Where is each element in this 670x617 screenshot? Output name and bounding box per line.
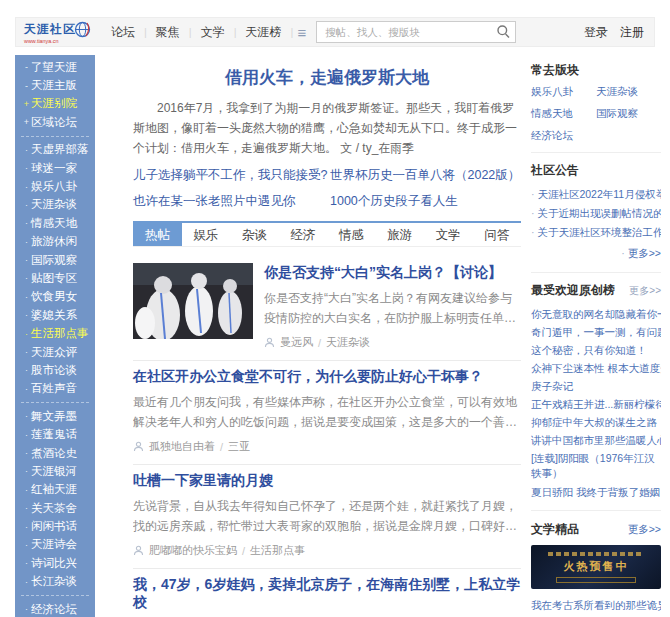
sidebar-item[interactable]: · 股市论谈 bbox=[15, 361, 95, 379]
board-link[interactable]: 情感天地 bbox=[531, 107, 596, 121]
post-excerpt: 先说背景，自从我去年得知自己怀孕了，还是两个娃，就赶紧找了月嫂，找的远房亲戚，帮… bbox=[133, 496, 521, 536]
bullet-icon: · bbox=[22, 200, 31, 210]
ranked-post-link[interactable]: 这个秘密，只有你知道！ bbox=[531, 341, 661, 359]
sidebar-item[interactable]: · 贴图专区 bbox=[15, 269, 95, 287]
content-tab[interactable]: 文学 bbox=[424, 223, 473, 246]
post-board[interactable]: 三亚 bbox=[228, 439, 250, 454]
login-link[interactable]: 登录 bbox=[584, 24, 608, 41]
sidebar-item-label: 股市论谈 bbox=[31, 363, 77, 378]
content-tab[interactable]: 杂谈 bbox=[230, 223, 279, 246]
content-tab[interactable]: 问答 bbox=[473, 223, 522, 246]
sidebar-item[interactable]: - 了望天涯 bbox=[15, 58, 95, 76]
section-title: 常去版块 bbox=[531, 62, 579, 79]
post-board[interactable]: 生活那点事 bbox=[250, 543, 305, 558]
sidebar-item[interactable]: · 生活那点事 bbox=[15, 324, 95, 342]
sidebar-item[interactable]: · 舞文弄墨 bbox=[15, 407, 95, 425]
sublink[interactable]: 也许在某一张老照片中遇见你 bbox=[133, 193, 330, 210]
featured-headline[interactable]: 借用火车，走遍俄罗斯大地 bbox=[133, 66, 521, 89]
sidebar-item[interactable]: · 旅游休闲 bbox=[15, 233, 95, 251]
content-tab[interactable]: 娱乐 bbox=[182, 223, 231, 246]
sidebar-group-boards: · 天虚界部落 · 球迷一家 · 娱乐八卦 · 天涯杂谈 · 情感天地 · 旅游… bbox=[15, 141, 95, 398]
ranked-post-link[interactable]: 奇门遁甲，一事一测，有问题可... bbox=[531, 323, 661, 341]
post-title[interactable]: 吐槽一下家里请的月嫂 bbox=[133, 471, 521, 489]
sublink[interactable]: 儿子选择躺平不工作，我只能接受? bbox=[133, 167, 330, 184]
post-title[interactable]: 在社区开办公立食堂不可行，为什么要防止好心干坏事？ bbox=[133, 367, 521, 385]
announcement-link[interactable]: 关于天涯社区环境整治工作的公 bbox=[531, 223, 661, 242]
search-input[interactable] bbox=[316, 21, 516, 43]
board-link[interactable]: 国际观察 bbox=[596, 107, 661, 121]
sidebar-item[interactable]: - 天涯主版 bbox=[15, 76, 95, 94]
post-title[interactable]: 你是否支持“大白”实名上岗？【讨论】 bbox=[264, 263, 521, 281]
literature-link[interactable]: 我在考古系所看到的那些诡异事... bbox=[531, 596, 661, 615]
sidebar-item-label: 贴图专区 bbox=[31, 271, 77, 286]
nav-focus[interactable]: 聚焦 bbox=[147, 24, 189, 41]
sidebar-item[interactable]: · 饮食男女 bbox=[15, 288, 95, 306]
ranked-post-link[interactable]: 众神下尘迷本性 根本大道度众归 bbox=[531, 359, 661, 377]
sublink[interactable]: 1000个历史段子看人生 bbox=[330, 193, 521, 210]
post-byline: 肥嘟嘟的快乐宝妈 / 生活那点事 bbox=[133, 543, 521, 558]
more-link[interactable]: 更多>> bbox=[628, 520, 661, 539]
content-tab[interactable]: 旅游 bbox=[376, 223, 425, 246]
byline-separator: / bbox=[318, 337, 321, 349]
sidebar-item-label: 旅游休闲 bbox=[31, 234, 77, 249]
post-item: 你是否支持“大白”实名上岗？【讨论】 你是否支持“大白”实名上岗？有网友建议给参… bbox=[133, 257, 521, 361]
content-tab[interactable]: 情感 bbox=[327, 223, 376, 246]
post-thumbnail-hazmat-workers[interactable] bbox=[133, 263, 253, 339]
sidebar-item[interactable]: · 诗词比兴 bbox=[15, 554, 95, 572]
more-link[interactable]: 更多>> bbox=[531, 244, 661, 263]
sidebar-item-label: 天涯主版 bbox=[31, 78, 77, 93]
sidebar-item[interactable]: · 天虚界部落 bbox=[15, 141, 95, 159]
sidebar-item[interactable]: · 莲蓬鬼话 bbox=[15, 425, 95, 443]
board-link[interactable]: 天涯杂谈 bbox=[596, 85, 661, 99]
sidebar-item[interactable]: · 百姓声音 bbox=[15, 380, 95, 398]
post-author[interactable]: 肥嘟嘟的快乐宝妈 bbox=[149, 543, 237, 558]
sidebar-item[interactable]: · 煮酒论史 bbox=[15, 444, 95, 462]
ranked-post-link[interactable]: 讲讲中国都市里那些温暖人心的... bbox=[531, 431, 661, 449]
sidebar-item-label: 天涯众评 bbox=[31, 345, 77, 360]
sidebar-item[interactable]: · 情感天地 bbox=[15, 214, 95, 232]
ranked-post-link[interactable]: 正午戏精王并进...新丽柠檬待遇... bbox=[531, 395, 661, 413]
post-title[interactable]: 我，47岁，6岁娃妈，卖掉北京房子，在海南住别墅，上私立学校 bbox=[133, 575, 521, 611]
sidebar-item[interactable]: + 区域论坛 bbox=[15, 113, 95, 131]
sidebar-item[interactable]: · 闲闲书话 bbox=[15, 517, 95, 535]
sidebar-item[interactable]: + 天涯别院 bbox=[15, 95, 95, 113]
announcement-link[interactable]: 关于近期出现误删帖情况的说明 bbox=[531, 204, 661, 223]
sidebar-item[interactable]: · 天涯诗会 bbox=[15, 536, 95, 554]
board-link[interactable]: 经济论坛 bbox=[531, 129, 596, 143]
sidebar-item[interactable]: · 长江杂谈 bbox=[15, 573, 95, 591]
ranked-post-link[interactable]: 抑郁症中年大叔的谋生之路 bbox=[531, 413, 661, 431]
content-tab[interactable]: 经济 bbox=[279, 223, 328, 246]
ranked-post-link[interactable]: [连载]阴阳眼（1976年江汉轶事） bbox=[531, 449, 661, 483]
sidebar-item[interactable]: · 娱乐八卦 bbox=[15, 177, 95, 195]
sidebar-item[interactable]: · 球迷一家 bbox=[15, 159, 95, 177]
sidebar-item[interactable]: · 关天茶舍 bbox=[15, 499, 95, 517]
sublink[interactable]: 世界杯历史一百单八将（2022版） bbox=[330, 167, 521, 184]
logo-text: 天涯社区 www.tianya.cn bbox=[24, 21, 76, 44]
sidebar-item[interactable]: · 国际观察 bbox=[15, 251, 95, 269]
content-tab[interactable]: 热帖 bbox=[133, 223, 182, 246]
book-promo-banner[interactable]: 火热预售中 bbox=[531, 545, 661, 589]
sidebar-group-main: - 了望天涯 - 天涯主版 + 天涯别院 + 区域论坛 bbox=[15, 58, 95, 132]
post-board[interactable]: 天涯杂谈 bbox=[326, 335, 370, 350]
sidebar-item[interactable]: · 经济论坛 bbox=[15, 600, 95, 617]
register-link[interactable]: 注册 bbox=[620, 24, 644, 41]
nav-literature[interactable]: 文学 bbox=[192, 24, 234, 41]
nav-tianya-rank[interactable]: 天涯榜 bbox=[237, 24, 291, 41]
nav-forum[interactable]: 论坛 bbox=[102, 24, 144, 41]
post-author[interactable]: 孤独地自由着 bbox=[149, 439, 215, 454]
board-link[interactable]: 娱乐八卦 bbox=[531, 85, 596, 99]
sidebar-item[interactable]: · 红袖天涯 bbox=[15, 481, 95, 499]
sidebar-item[interactable]: · 天涯众评 bbox=[15, 343, 95, 361]
sidebar-item[interactable]: · 天涯银河 bbox=[15, 462, 95, 480]
announcement-link[interactable]: 天涯社区2022年11月侵权举报 bbox=[531, 185, 661, 204]
sidebar-item[interactable]: · 天涯杂谈 bbox=[15, 196, 95, 214]
more-link[interactable]: 更多>> bbox=[629, 284, 661, 298]
search-icon[interactable] bbox=[496, 24, 511, 39]
menu-icon[interactable]: ≡ bbox=[293, 24, 314, 41]
site-logo[interactable]: 天涯社区 www.tianya.cn bbox=[24, 21, 96, 44]
ranked-post-link[interactable]: 夏日骄阳 我终于背叛了婚姻 bbox=[531, 483, 661, 501]
ranked-post-link[interactable]: 你无意取的网名却隐藏着你一生... bbox=[531, 305, 661, 323]
ranked-post-link[interactable]: 庚子杂记 bbox=[531, 377, 661, 395]
sidebar-item[interactable]: · 婆媳关系 bbox=[15, 306, 95, 324]
post-author[interactable]: 曼远风 bbox=[280, 335, 313, 350]
